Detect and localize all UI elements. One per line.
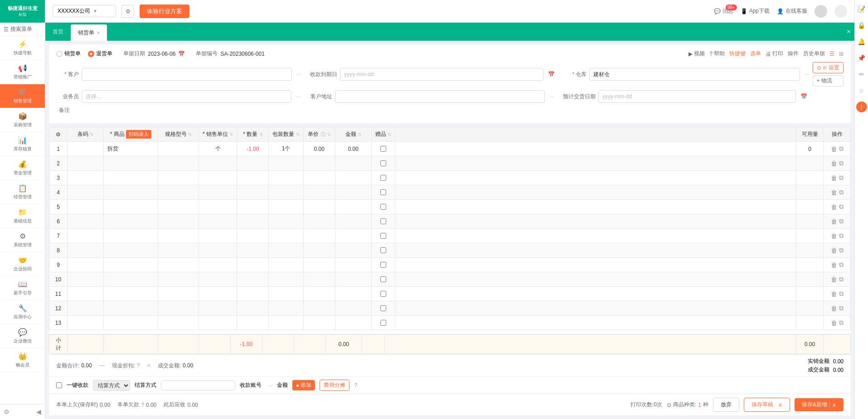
discount-help-icon[interactable]: ? — [137, 362, 140, 369]
barcode-sort-icon[interactable]: ⇅ — [90, 132, 93, 137]
gift-sort-icon[interactable]: ⇅ — [388, 132, 391, 137]
cell-product-3[interactable] — [104, 185, 158, 200]
cell-qty-1[interactable] — [237, 156, 269, 171]
cell-unit-4[interactable] — [199, 200, 237, 214]
gift-checkbox-12[interactable] — [380, 320, 386, 326]
copy-icon-2[interactable]: ⧉ — [839, 174, 844, 182]
amount-sort-icon[interactable]: ⇅ — [358, 132, 361, 137]
view-toggle-list[interactable]: ☰ — [829, 51, 834, 57]
right-icon-edit[interactable]: ✏ — [856, 69, 867, 80]
cell-unit-5[interactable] — [199, 214, 237, 229]
company-selector[interactable]: XXXXXX公司 ▼ — [53, 5, 116, 17]
cell-price-7[interactable] — [303, 243, 335, 258]
sidebar-item-0[interactable]: ⚡快捷导航 — [0, 36, 45, 60]
delete-icon-8[interactable]: 🗑 — [831, 261, 837, 269]
cell-barcode-11[interactable] — [68, 301, 104, 316]
cell-spec-3[interactable] — [158, 185, 199, 200]
copy-icon-11[interactable]: ⧉ — [839, 304, 844, 312]
cell-price-8[interactable] — [303, 258, 335, 272]
history-btn[interactable]: 历史单据 — [803, 50, 825, 58]
cell-product-1[interactable] — [104, 156, 158, 171]
cell-barcode-6[interactable] — [68, 229, 104, 243]
cell-product-8[interactable] — [104, 258, 158, 272]
warehouse-dots[interactable]: ··· — [805, 71, 809, 77]
tab-sales-order[interactable]: 销货单 × — [71, 24, 107, 41]
save-new-button[interactable]: 保存&新增 ∧ — [795, 398, 844, 411]
sidebar-item-9[interactable]: 🤝企业协同 — [0, 252, 45, 276]
product-kind-radio-icon[interactable]: ⊙ — [667, 402, 671, 408]
sidebar-item-5[interactable]: 💰资金管理 — [0, 156, 45, 180]
copy-icon-8[interactable]: ⧉ — [839, 261, 844, 269]
right-icon-bell[interactable]: 🔔 — [856, 36, 867, 47]
unit-sort-icon[interactable]: ⇅ — [229, 132, 233, 137]
fee-help-icon[interactable]: ? — [354, 382, 357, 389]
cell-product-9[interactable] — [104, 272, 158, 287]
cell-gift-8[interactable] — [371, 258, 395, 272]
expected-date-calendar-icon[interactable]: 📅 — [800, 93, 807, 100]
cell-price-5[interactable] — [303, 214, 335, 229]
save-new-arrow[interactable]: ∧ — [829, 402, 836, 408]
right-icon-star[interactable]: ☆ — [856, 85, 867, 96]
cell-product-5[interactable] — [104, 214, 158, 229]
right-icon-lock[interactable]: 🔒 — [856, 20, 867, 31]
cell-amount-5[interactable] — [335, 214, 371, 229]
cell-pkgqty-9[interactable] — [269, 272, 303, 287]
cell-pkgqty-3[interactable] — [269, 185, 303, 200]
copy-icon-6[interactable]: ⧉ — [839, 232, 844, 240]
cell-product-0[interactable]: 拆货 — [104, 142, 158, 156]
cell-gift-10[interactable] — [371, 287, 395, 301]
trial-button[interactable]: 体验行业方案 — [140, 5, 189, 18]
cell-barcode-9[interactable] — [68, 272, 104, 287]
cell-price-11[interactable] — [303, 301, 335, 316]
delete-icon-9[interactable]: 🗑 — [831, 276, 837, 283]
sidebar-item-7[interactable]: 📁基础信息 — [0, 204, 45, 228]
delete-icon-3[interactable]: 🗑 — [831, 189, 837, 196]
copy-icon-9[interactable]: ⧉ — [839, 275, 844, 283]
customer-input[interactable] — [82, 68, 292, 81]
cell-spec-0[interactable] — [158, 142, 199, 156]
cell-amount-7[interactable] — [335, 243, 371, 258]
cell-price-6[interactable] — [303, 229, 335, 243]
spec-sort-icon[interactable]: ⇅ — [188, 132, 192, 137]
cell-amount-1[interactable] — [335, 156, 371, 171]
gift-checkbox-2[interactable] — [380, 175, 386, 181]
video-btn[interactable]: ▶ 视频 — [689, 50, 705, 58]
cell-gift-1[interactable] — [371, 156, 395, 171]
abandon-button[interactable]: 放弃 — [713, 398, 739, 412]
save-draft-button[interactable]: 保存草稿 ∧ — [744, 398, 790, 412]
cell-spec-2[interactable] — [158, 171, 199, 185]
cell-price-10[interactable] — [303, 287, 335, 301]
settings-btn[interactable]: ⊙ ⊙ 设置 — [813, 62, 844, 73]
gear-button[interactable]: ⚙ — [121, 5, 134, 18]
cell-unit-9[interactable] — [199, 272, 237, 287]
tab-close-all[interactable]: × — [847, 28, 851, 36]
delete-icon-7[interactable]: 🗑 — [831, 247, 837, 254]
cell-gift-9[interactable] — [371, 272, 395, 287]
shortcut-btn[interactable]: 快捷键 — [729, 50, 746, 58]
cell-unit-2[interactable] — [199, 171, 237, 185]
avatar2[interactable] — [834, 5, 847, 18]
cell-product-10[interactable] — [104, 287, 158, 301]
total-owed-help[interactable]: ? — [141, 402, 144, 408]
cell-gift-6[interactable] — [371, 229, 395, 243]
gift-checkbox-8[interactable] — [380, 262, 386, 268]
copy-icon-7[interactable]: ⧉ — [839, 246, 844, 254]
cell-price-9[interactable] — [303, 272, 335, 287]
delete-icon-11[interactable]: 🗑 — [831, 305, 837, 312]
cell-amount-12[interactable] — [335, 316, 371, 330]
cell-product-2[interactable] — [104, 171, 158, 185]
cell-amount-8[interactable] — [335, 258, 371, 272]
delete-icon-1[interactable]: 🗑 — [831, 160, 837, 167]
qty-sort-icon[interactable]: ⇅ — [259, 132, 263, 137]
gift-checkbox-7[interactable] — [380, 247, 386, 253]
cell-amount-10[interactable] — [335, 287, 371, 301]
cell-pkgqty-0[interactable]: 1个 — [269, 142, 303, 156]
right-icon-pin[interactable]: 📌 — [856, 53, 867, 63]
cell-unit-6[interactable] — [199, 229, 237, 243]
cell-gift-2[interactable] — [371, 171, 395, 185]
sidebar-search[interactable]: ☰ 搜索菜单 — [0, 23, 45, 36]
radio-sales[interactable]: 销货单 — [56, 50, 81, 58]
cell-qty-5[interactable] — [237, 214, 269, 229]
cell-pkgqty-12[interactable] — [269, 316, 303, 330]
sidebar-item-1[interactable]: 📢营销推广 — [0, 60, 45, 84]
